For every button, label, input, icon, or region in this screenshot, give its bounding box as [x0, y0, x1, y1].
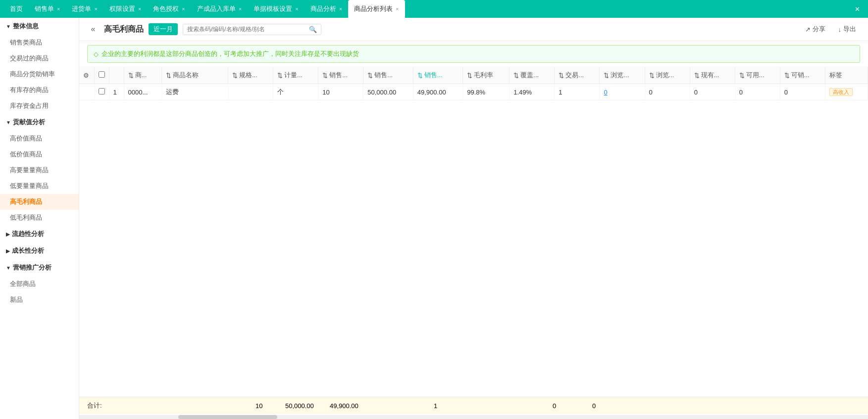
nav-product-inbound-close[interactable]: × [239, 6, 242, 12]
cell-sales-qty: 10 [318, 84, 363, 100]
export-button[interactable]: ↓ 导出 [834, 23, 861, 36]
col-spec-label: 规格... [239, 71, 257, 80]
col-coverage[interactable]: ⇅ 覆盖... [510, 67, 555, 84]
settings-icon[interactable]: ⚙ [83, 72, 89, 79]
col-transactions-label: 交易... [565, 71, 584, 80]
sidebar-item-new-products[interactable]: 新品 [0, 292, 79, 308]
nav-product-analysis-list[interactable]: 商品分析列表 × [348, 0, 405, 18]
nav-product-inbound[interactable]: 产成品入库单 × [191, 0, 248, 18]
sidebar-item-high-value[interactable]: 高价值商品 [0, 131, 79, 146]
col-available1[interactable]: ⇅ 现有... [690, 67, 735, 84]
sort-icon: ⇅ [784, 72, 790, 79]
col-spec[interactable]: ⇅ 规格... [228, 67, 273, 84]
row-checkbox[interactable] [99, 88, 105, 94]
col-sellable[interactable]: ⇅ 可销... [780, 67, 825, 84]
sidebar-item-all-products[interactable]: 全部商品 [0, 276, 79, 292]
close-icon[interactable]: ✕ [855, 5, 860, 13]
sort-icon: ⇅ [166, 72, 171, 79]
nav-permission-settings[interactable]: 权限设置 × [103, 0, 147, 18]
sort-icon: ⇅ [417, 72, 423, 79]
col-available2[interactable]: ⇅ 可用... [735, 67, 780, 84]
sidebar-section-growth-analysis[interactable]: ▶ 成长性分析 [0, 242, 79, 259]
nav-purchase-order[interactable]: 进货单 × [66, 0, 103, 18]
col-unit[interactable]: ⇅ 计量... [273, 67, 318, 84]
sidebar-section-overall-info[interactable]: ▼ 整体信息 [0, 18, 79, 35]
share-button[interactable]: ↗ 分享 [801, 23, 829, 36]
info-banner-text: 企业的主要的利润都是这部分商品创造的，可考虑加大推广，同时关注库存是不要出现缺货 [102, 49, 359, 58]
time-filter-button[interactable]: 近一月 [149, 23, 178, 35]
col-checkbox[interactable] [94, 67, 109, 84]
sidebar-item-high-margin[interactable]: 高毛利商品 [0, 194, 79, 210]
sidebar-section-marketing-label: 营销推广分析 [13, 263, 51, 272]
section-arrow-overall: ▼ [6, 24, 11, 29]
search-box[interactable]: 🔍 [183, 24, 321, 35]
nav-product-analysis[interactable]: 商品分析 × [305, 0, 348, 18]
sidebar-item-low-margin[interactable]: 低毛利商品 [0, 210, 79, 226]
sidebar: ▼ 整体信息 销售类商品 交易过的商品 商品分货助销率 有库存的商品 库存资金占… [0, 18, 79, 419]
sidebar-item-stock-funds[interactable]: 库存资金占用 [0, 98, 79, 114]
nav-sales-order[interactable]: 销售单 × [29, 0, 66, 18]
top-navigation: 首页 销售单 × 进货单 × 权限设置 × 角色授权 × 产成品入库单 × 单据… [0, 0, 868, 18]
col-unit-label: 计量... [284, 71, 303, 80]
col-margin-rate[interactable]: ⇅ 毛利率 [463, 67, 510, 84]
sidebar-item-in-stock[interactable]: 有库存的商品 [0, 82, 79, 98]
nav-product-analysis-list-label: 商品分析列表 [354, 4, 393, 13]
sidebar-collapse-button[interactable]: « [87, 23, 99, 35]
col-tag-label: 标签 [829, 71, 842, 80]
cell-browse2: 0 [645, 84, 690, 100]
cell-available1: 0 [690, 84, 735, 100]
nav-purchase-order-close[interactable]: × [94, 6, 97, 12]
sidebar-item-low-freq[interactable]: 低要量量商品 [0, 178, 79, 194]
nav-role-permissions-close[interactable]: × [182, 6, 185, 12]
col-sales-qty[interactable]: ⇅ 销售... [318, 67, 363, 84]
sidebar-item-high-freq[interactable]: 高要量量商品 [0, 162, 79, 178]
col-sales-amount[interactable]: ⇅ 销售... [363, 67, 413, 84]
time-filter-label: 近一月 [153, 25, 173, 34]
sidebar-item-low-value[interactable]: 低价值商品 [0, 146, 79, 162]
footer-sales-cost: 49,900.00 [330, 402, 374, 410]
col-sales-cost[interactable]: ⇅ 销售... [413, 67, 463, 84]
cell-tag: 高收入 [825, 84, 868, 100]
nav-invoice-template-label: 单据模板设置 [254, 4, 292, 13]
nav-home-label: 首页 [10, 4, 23, 13]
footer-transactions: 1 [434, 402, 473, 410]
footer-sales-qty: 10 [255, 402, 285, 410]
cell-transactions: 1 [555, 84, 600, 100]
horizontal-scrollbar[interactable] [79, 415, 868, 419]
cell-product-code: 0000... [124, 84, 161, 100]
search-input[interactable] [187, 26, 306, 33]
scrollbar-thumb[interactable] [178, 415, 277, 419]
section-arrow-growth: ▶ [6, 248, 10, 254]
header-actions: ↗ 分享 ↓ 导出 [801, 23, 861, 36]
nav-product-analysis-list-close[interactable]: × [396, 6, 399, 12]
col-browse2-label: 浏览... [656, 71, 674, 80]
nav-sales-order-close[interactable]: × [57, 6, 60, 12]
col-transactions[interactable]: ⇅ 交易... [555, 67, 600, 84]
nav-invoice-template[interactable]: 单据模板设置 × [248, 0, 304, 18]
col-browse1[interactable]: ⇅ 浏览... [600, 67, 645, 84]
info-banner: ◇ 企业的主要的利润都是这部分商品创造的，可考虑加大推广，同时关注库存是不要出现… [87, 45, 860, 63]
col-product-code[interactable]: ⇅ 商... [124, 67, 161, 84]
sidebar-item-sales-products[interactable]: 销售类商品 [0, 35, 79, 50]
cell-checkbox[interactable] [94, 84, 109, 100]
sidebar-item-product-contribution[interactable]: 商品分货助销率 [0, 66, 79, 82]
sidebar-section-flow-analysis[interactable]: ▶ 流趋性分析 [0, 226, 79, 242]
sidebar-section-wealth-analysis[interactable]: ▼ 贡献值分析 [0, 114, 79, 131]
col-settings[interactable]: ⚙ [79, 67, 94, 84]
nav-home[interactable]: 首页 [4, 0, 29, 18]
select-all-checkbox[interactable] [99, 71, 105, 78]
col-tag[interactable]: 标签 [825, 67, 868, 84]
col-product-name[interactable]: ⇅ 商品名称 [161, 67, 228, 84]
sort-icon: ⇅ [559, 72, 564, 79]
nav-product-analysis-close[interactable]: × [339, 6, 342, 12]
sidebar-section-marketing-analysis[interactable]: ▼ 营销推广分析 [0, 259, 79, 276]
data-table-wrapper[interactable]: ⚙ ⇅ 商... [79, 67, 868, 397]
col-browse2[interactable]: ⇅ 浏览... [645, 67, 690, 84]
nav-permission-settings-close[interactable]: × [138, 6, 141, 12]
sidebar-item-traded-products[interactable]: 交易过的商品 [0, 50, 79, 66]
col-row-num [109, 67, 124, 84]
search-icon[interactable]: 🔍 [309, 26, 317, 33]
nav-invoice-template-close[interactable]: × [295, 6, 298, 12]
cell-browse1[interactable]: 0 [600, 84, 645, 100]
nav-role-permissions[interactable]: 角色授权 × [147, 0, 191, 18]
